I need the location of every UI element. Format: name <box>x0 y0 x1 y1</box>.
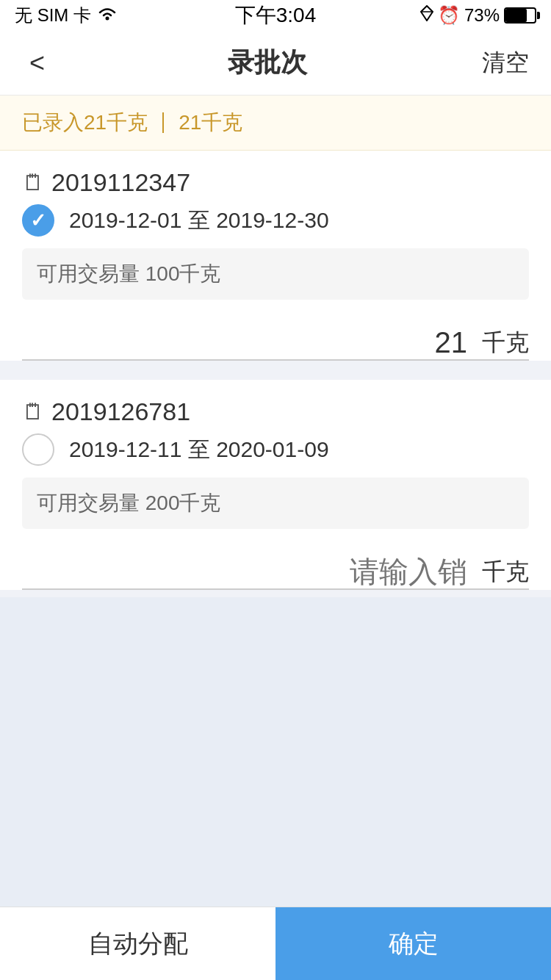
carrier-label: 无 SIM 卡 <box>15 4 91 27</box>
info-amount: 21千克 <box>179 109 242 137</box>
page-title: 录批次 <box>228 45 307 81</box>
quantity-unit-1: 千克 <box>482 327 529 359</box>
nav-bar: < 录批次 清空 <box>0 31 551 96</box>
info-divider <box>162 112 164 133</box>
quantity-input-1[interactable] <box>350 326 467 359</box>
quantity-input-2[interactable] <box>350 555 467 588</box>
batch-header-1: 🗒 2019112347 <box>22 168 529 197</box>
wifi-icon <box>97 5 118 26</box>
recorded-label: 已录入21千克 <box>22 109 148 137</box>
clear-button[interactable]: 清空 <box>482 47 529 79</box>
radio-2[interactable] <box>22 433 54 466</box>
batch-date-2: 2019-12-11 至 2020-01-09 <box>69 435 329 465</box>
card-divider <box>0 368 551 380</box>
confirm-button[interactable]: 确定 <box>276 907 551 980</box>
batch-id-2: 2019126781 <box>51 397 190 426</box>
status-bar: 无 SIM 卡 下午3:04 ⏰ 73% <box>0 0 551 31</box>
back-button[interactable]: < <box>22 40 52 86</box>
alarm-icon: ⏰ <box>438 5 460 26</box>
status-time: 下午3:04 <box>235 1 317 29</box>
quantity-row-2: 千克 <box>0 544 551 588</box>
batch-date-row-2: 2019-12-11 至 2020-01-09 <box>22 433 529 466</box>
doc-icon-1: 🗒 <box>22 170 44 195</box>
batch-item-2: 🗒 2019126781 2019-12-11 至 2020-01-09 <box>0 380 551 466</box>
batch-available-2: 可用交易量 200千克 <box>22 478 529 529</box>
quantity-underline-1 <box>22 359 529 361</box>
batch-date-1: 2019-12-01 至 2019-12-30 <box>69 206 329 236</box>
quantity-row-1: 千克 <box>0 314 551 359</box>
doc-icon-2: 🗒 <box>22 400 44 425</box>
quantity-unit-2: 千克 <box>482 556 529 588</box>
location-icon <box>420 5 433 26</box>
batch-item-1: 🗒 2019112347 2019-12-01 至 2019-12-30 <box>0 151 551 237</box>
batch-card-1: 🗒 2019112347 2019-12-01 至 2019-12-30 可用交… <box>0 151 551 361</box>
batch-date-row-1: 2019-12-01 至 2019-12-30 <box>22 204 529 237</box>
battery-percent: 73% <box>464 5 500 26</box>
info-banner: 已录入21千克 21千克 <box>0 96 551 151</box>
empty-area <box>0 597 551 920</box>
batch-id-1: 2019112347 <box>51 168 190 197</box>
status-right: ⏰ 73% <box>420 5 536 26</box>
auto-distribute-button[interactable]: 自动分配 <box>0 907 276 980</box>
svg-point-0 <box>106 17 109 21</box>
batch-card-2: 🗒 2019126781 2019-12-11 至 2020-01-09 可用交… <box>0 380 551 590</box>
radio-1[interactable] <box>22 204 54 237</box>
batch-available-1: 可用交易量 100千克 <box>22 248 529 300</box>
batch-header-2: 🗒 2019126781 <box>22 397 529 426</box>
quantity-underline-2 <box>22 588 529 590</box>
battery-icon <box>504 7 536 24</box>
bottom-bar: 自动分配 确定 <box>0 907 551 980</box>
status-left: 无 SIM 卡 <box>15 4 118 27</box>
